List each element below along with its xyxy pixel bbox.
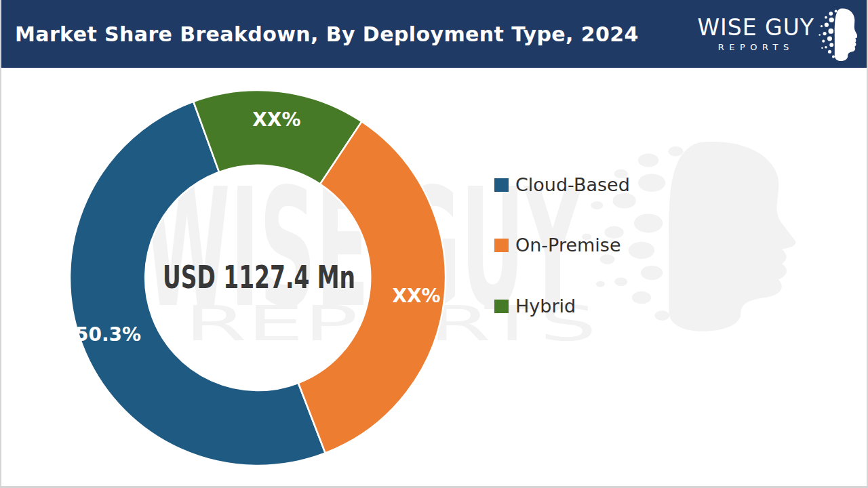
- background-watermark: WISE GUY REPORTS: [144, 142, 796, 352]
- segment-value-label-hybrid: XX%: [252, 108, 300, 131]
- legend-item-cloud-based: Cloud-Based: [494, 176, 630, 195]
- brand-logo-text: WISE GUY REPORTS: [697, 16, 814, 52]
- legend-swatch-hybrid: [494, 300, 509, 313]
- chart-area: WISE GUY REPORTS 50.3%XX%XX% USD 1127.4 …: [0, 0, 868, 488]
- brand-subtext: REPORTS: [718, 42, 794, 52]
- page-title: Market Share Breakdown, By Deployment Ty…: [15, 0, 639, 68]
- legend-swatch-cloud-based: [494, 178, 509, 192]
- brand-logo: WISE GUY REPORTS: [697, 6, 857, 62]
- brand-head-icon: [817, 7, 857, 62]
- brand-wordmark: WISE GUY: [697, 16, 814, 40]
- report-canvas: WISE GUY REPORTS 50.3%XX%XX% USD 1127.4 …: [0, 0, 868, 488]
- segment-value-label-on-premise: XX%: [392, 285, 440, 307]
- donut-center-value: USD 1127.4 Mn: [163, 259, 355, 296]
- legend-swatch-on-premise: [494, 239, 509, 252]
- legend-label: On-Premise: [515, 236, 621, 255]
- segment-value-label-cloud-based: 50.3%: [75, 323, 141, 346]
- header-bar: Market Share Breakdown, By Deployment Ty…: [0, 0, 868, 68]
- legend-item-on-premise: On-Premise: [494, 236, 621, 255]
- legend-label: Cloud-Based: [515, 176, 630, 195]
- legend-item-hybrid: Hybrid: [494, 297, 576, 316]
- legend-label: Hybrid: [515, 297, 576, 316]
